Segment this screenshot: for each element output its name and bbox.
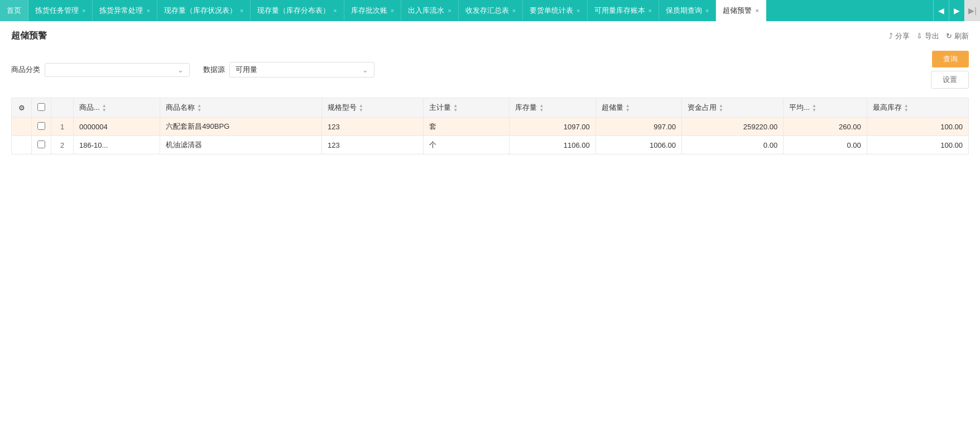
nav-item-[interactable]: 超储预警×: [716, 0, 766, 21]
nav-item-[interactable]: 要货单统计表×: [523, 0, 587, 21]
close-icon[interactable]: ×: [648, 7, 652, 14]
col-header-overstock[interactable]: 超储量▲▼: [595, 98, 681, 118]
sort-icon: ▲▼: [904, 104, 909, 113]
header-actions: ⤴ 分享 ⇩ 导出 ↻ 刷新: [889, 31, 969, 41]
close-icon[interactable]: ×: [755, 7, 758, 14]
product-category-label: 商品分类: [11, 65, 40, 75]
col-header-checkbox: [32, 98, 51, 118]
settings-icon[interactable]: ⚙: [18, 104, 25, 112]
export-icon: ⇩: [916, 32, 923, 40]
product-name-cell: 六配套新昌490BPG: [160, 118, 322, 136]
nav-item-[interactable]: 收发存汇总表×: [459, 0, 523, 21]
data-source-group: 数据源 可用量 ⌄: [203, 62, 374, 77]
nav-item-[interactable]: 现存量（库存状况表）×: [157, 0, 251, 21]
row-checkbox[interactable]: [37, 122, 45, 130]
nav-item-[interactable]: 出入库流水×: [401, 0, 458, 21]
col-header-max_stock[interactable]: 最高库存▲▼: [867, 98, 968, 118]
query-button[interactable]: 查询: [932, 51, 969, 67]
chevron-down-icon: ⌄: [177, 66, 184, 74]
sort-icon: ▲▼: [812, 104, 816, 113]
col-header-avg[interactable]: 平均...▲▼: [784, 98, 867, 118]
close-icon[interactable]: ×: [333, 7, 337, 14]
close-icon[interactable]: ×: [705, 7, 709, 14]
close-icon[interactable]: ×: [82, 7, 85, 14]
table-row: 10000004六配套新昌490BPG123套1097.00997.002592…: [12, 118, 969, 136]
data-source-label: 数据源: [203, 65, 225, 75]
product-name-cell: 机油滤清器: [160, 136, 322, 154]
close-icon[interactable]: ×: [577, 7, 580, 14]
export-button[interactable]: ⇩ 导出: [916, 31, 939, 41]
nav-item-[interactable]: 库存批次账×: [344, 0, 401, 21]
settings-button[interactable]: 设置: [931, 71, 969, 89]
sort-icon: ▲▼: [719, 104, 723, 113]
main-content: 超储预警 ⤴ 分享 ⇩ 导出 ↻ 刷新 商品分类 ⌄ 数据源: [0, 21, 980, 446]
top-nav: 首页拣货任务管理×拣货异常处理×现存量（库存状况表）×现存量（库存分布表）×库存…: [0, 0, 980, 21]
col-header-spec[interactable]: 规格型号▲▼: [322, 98, 424, 118]
nav-item-[interactable]: 拣货任务管理×: [28, 0, 93, 21]
nav-item-[interactable]: 现存量（库存分布表）×: [251, 0, 344, 21]
product-code-cell: 0000004: [74, 118, 160, 136]
filter-buttons: 查询 设置: [931, 51, 969, 89]
nav-prev-button[interactable]: ◀: [933, 0, 949, 21]
col-header-stock[interactable]: 库存量▲▼: [510, 98, 595, 118]
select-all-checkbox[interactable]: [37, 103, 45, 111]
data-source-select[interactable]: 可用量 ⌄: [229, 62, 374, 77]
page-title: 超储预警: [11, 30, 47, 42]
sort-icon: ▲▼: [453, 104, 458, 113]
close-icon[interactable]: ×: [512, 7, 516, 14]
refresh-icon: ↻: [946, 32, 952, 40]
page-header: 超储预警 ⤴ 分享 ⇩ 导出 ↻ 刷新: [11, 30, 969, 42]
nav-item-[interactable]: 拣货异常处理×: [93, 0, 157, 21]
data-table: ⚙商品...▲▼商品名称▲▼规格型号▲▼主计量▲▼库存量▲▼超储量▲▼资金占用▲…: [11, 98, 969, 154]
col-header-settings: ⚙: [12, 98, 32, 118]
share-icon: ⤴: [889, 32, 893, 40]
nav-item-[interactable]: 保质期查询×: [659, 0, 716, 21]
nav-item-[interactable]: 可用量库存账本×: [588, 0, 659, 21]
sort-icon: ▲▼: [359, 104, 363, 113]
nav-end-button[interactable]: ▶|: [964, 0, 980, 21]
nav-arrows: ◀ ▶ ▶|: [933, 0, 980, 21]
col-header-capital[interactable]: 资金占用▲▼: [682, 98, 784, 118]
refresh-button[interactable]: ↻ 刷新: [946, 31, 969, 41]
col-header-row_num: [51, 98, 74, 118]
data-source-value: 可用量: [236, 65, 257, 75]
close-icon[interactable]: ×: [391, 7, 394, 14]
nav-next-button[interactable]: ▶: [949, 0, 964, 21]
col-header-product_name[interactable]: 商品名称▲▼: [160, 98, 322, 118]
close-icon[interactable]: ×: [146, 7, 150, 14]
nav-item-[interactable]: 首页: [0, 0, 28, 21]
sort-icon: ▲▼: [197, 104, 201, 113]
product-category-select[interactable]: ⌄: [45, 63, 190, 77]
col-header-unit[interactable]: 主计量▲▼: [424, 98, 510, 118]
sort-icon: ▲▼: [626, 104, 630, 113]
close-icon[interactable]: ×: [448, 7, 451, 14]
product-category-group: 商品分类 ⌄: [11, 63, 190, 77]
close-icon[interactable]: ×: [240, 7, 243, 14]
chevron-down-icon: ⌄: [362, 66, 368, 74]
row-checkbox[interactable]: [37, 140, 45, 148]
sort-icon: ▲▼: [102, 104, 107, 113]
sort-icon: ▲▼: [539, 104, 544, 113]
product-code-cell: 186-10...: [74, 136, 160, 154]
filter-row: 商品分类 ⌄ 数据源 可用量 ⌄ 查询 设置: [11, 51, 969, 89]
col-header-product_code[interactable]: 商品...▲▼: [74, 98, 160, 118]
table-row: 2186-10...机油滤清器123个1106.001006.000.000.0…: [12, 136, 969, 154]
share-button[interactable]: ⤴ 分享: [889, 31, 910, 41]
